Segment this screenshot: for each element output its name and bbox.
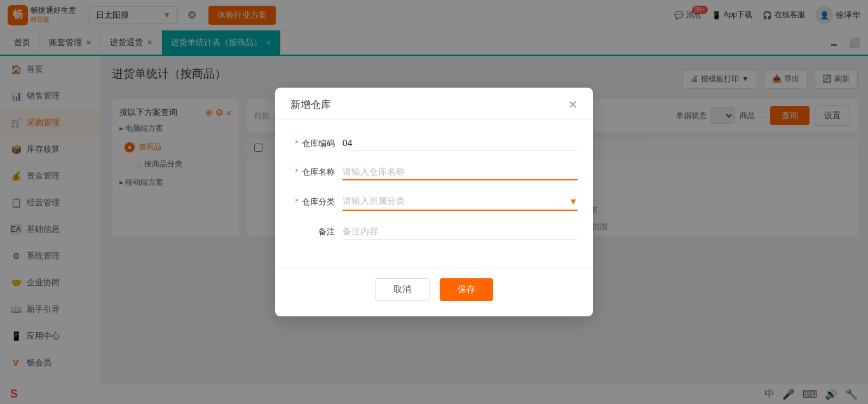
name-input[interactable]	[342, 164, 578, 180]
add-warehouse-dialog: 新增仓库 ✕ * 仓库编码 * 仓库名称 * 仓库分类 请输入	[275, 88, 593, 316]
form-row-category: * 仓库分类 请输入所属分类 ▼	[290, 193, 578, 211]
cancel-button[interactable]: 取消	[375, 278, 430, 301]
dialog-title: 新增仓库	[290, 98, 331, 112]
code-label: * 仓库编码	[290, 138, 335, 149]
category-placeholder: 请输入所属分类	[342, 196, 405, 207]
code-input[interactable]	[342, 135, 578, 151]
form-row-name: * 仓库名称	[290, 164, 578, 180]
note-input[interactable]	[342, 224, 578, 239]
form-row-code: * 仓库编码	[290, 135, 578, 151]
note-label: 备注	[290, 226, 335, 238]
name-label: * 仓库名称	[290, 166, 335, 178]
dialog-footer: 取消 保存	[275, 267, 593, 316]
dialog-header: 新增仓库 ✕	[275, 88, 593, 120]
category-select[interactable]: 请输入所属分类 ▼	[342, 193, 578, 211]
dialog-close-icon[interactable]: ✕	[568, 98, 578, 112]
category-label: * 仓库分类	[290, 196, 335, 208]
form-row-note: 备注	[290, 224, 578, 239]
category-arrow-icon: ▼	[569, 196, 578, 206]
save-button[interactable]: 保存	[440, 278, 493, 301]
dialog-body: * 仓库编码 * 仓库名称 * 仓库分类 请输入所属分类 ▼	[275, 120, 593, 267]
